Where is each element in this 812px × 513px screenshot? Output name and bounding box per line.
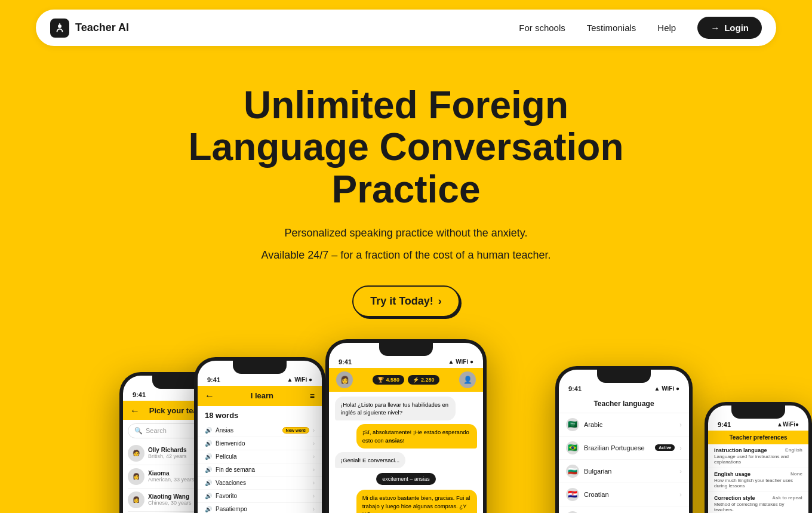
status-bar: 9:41 ▲ WiFi ● [329, 356, 483, 368]
status-icons: ▲ WiFi ● [448, 358, 473, 365]
phone-preferences: 9:41 ▲WiFi● Teacher preferences Instruct… [705, 402, 812, 513]
back-arrow-icon[interactable]: ← [130, 406, 140, 416]
word-label: Favorito [216, 493, 309, 499]
nav-testimonials[interactable]: Testimonials [587, 23, 636, 33]
word-list: 🔊 Ansias New word › 🔊 Bienvenido › 🔊 Pel… [198, 424, 322, 513]
pref-item[interactable]: Instruction language English Language us… [708, 444, 808, 468]
chat-messages: ¡Hola! ¿Listo para llevar tus habilidade… [329, 392, 483, 513]
phones-section: 9:41 ▲WiFi● ← Pick your teacher ≡ 🔍 Sear… [0, 336, 812, 513]
status-icons: ▲WiFi● [777, 421, 799, 428]
lang-chevron-icon: › [679, 421, 682, 428]
pref-item-desc: Method of correcting mistakes by teacher… [714, 502, 802, 512]
nav-for-schools[interactable]: For schools [519, 23, 565, 33]
message-bubble: ¡Sí, absolutamente! ¡He estado esperando… [356, 424, 477, 449]
try-today-button[interactable]: Try it Today! › [352, 285, 460, 317]
phone-center-screen: 9:41 ▲ WiFi ● 👩 🏆 4.580 ⚡ 2.280 [329, 343, 483, 513]
word-label: Vacaciones [216, 480, 309, 486]
ilearn-title: I learn [251, 391, 273, 400]
pref-item-desc: How much English your teacher uses durin… [714, 478, 802, 489]
new-word-badge: New word [282, 427, 309, 434]
chevron-icon: › [313, 440, 315, 447]
word-item[interactable]: 🔊 Vacaciones › [198, 477, 322, 490]
word-label: Bienvenido [216, 440, 309, 447]
lang-chevron-icon: › [679, 444, 682, 451]
cta-icon: › [438, 295, 442, 308]
stat-value: 4.580 [386, 377, 399, 383]
filter-icon[interactable]: ≡ [310, 391, 315, 401]
speaker-icon: 🔊 [205, 440, 212, 447]
lang-item[interactable]: 🇧🇷 Brazilian Portuguese Active › [559, 437, 689, 460]
speaker-icon: 🔊 [205, 466, 212, 473]
word-item[interactable]: 🔊 Favorito › [198, 490, 322, 503]
chat-avatar: 👩 [336, 371, 353, 388]
status-icons: ▲ WiFi ● [287, 376, 312, 383]
lang-flag: 🇭🇷 [566, 488, 579, 501]
pref-item[interactable]: English usage None How much English your… [708, 468, 808, 492]
message-bubble: ¡Hola! ¿Listo para llevar tus habilidade… [335, 397, 456, 421]
lang-chevron-icon: › [679, 491, 682, 498]
lang-name: Bulgarian [584, 468, 675, 475]
pref-item-title: Instruction language English [714, 447, 802, 453]
lang-item[interactable]: 🇸🇦 Arabic › [559, 413, 689, 437]
pref-list: Instruction language English Language us… [708, 444, 808, 513]
lang-item[interactable]: 🇨🇿 Czech › [559, 506, 689, 513]
pref-item-value: None [791, 471, 802, 477]
teacher-avatar: 🧑 [128, 445, 144, 462]
word-label: Ansias [216, 427, 279, 434]
lang-flag: 🇸🇦 [566, 418, 579, 431]
teacher-avatar: 👩 [128, 492, 144, 508]
phone-notch [597, 370, 651, 383]
word-label: Película [216, 453, 309, 460]
word-item[interactable]: 🔊 Bienvenido › [198, 437, 322, 450]
back-arrow-icon[interactable]: ← [205, 391, 214, 401]
phone-chat: 9:41 ▲ WiFi ● 👩 🏆 4.580 ⚡ 2.280 [325, 339, 487, 513]
stat-badge-2: ⚡ 2.280 [408, 375, 439, 385]
word-item[interactable]: 🔊 Ansias New word › [198, 424, 322, 437]
nav-help[interactable]: Help [657, 23, 676, 33]
hero-subtitle-1: Personalized speaking practice without t… [12, 225, 800, 242]
speaker-icon: 🔊 [205, 480, 212, 486]
logo-text: Teacher AI [75, 21, 129, 34]
time: 9:41 [207, 376, 220, 383]
lang-flag: 🇧🇷 [566, 441, 579, 454]
pref-item[interactable]: Correction style Ask to repeat Method of… [708, 492, 808, 513]
stat-value: 2.280 [421, 377, 435, 383]
navbar: Teacher AI For schools Testimonials Help… [36, 10, 776, 46]
phone-words-screen: 9:41 ▲ WiFi ● ← I learn ≡ 18 words 🔊 Ans… [198, 361, 322, 513]
status-icons: ▲ WiFi ● [654, 385, 679, 392]
stat-icon: 🏆 [377, 377, 384, 383]
word-item[interactable]: 🔊 Película › [198, 450, 322, 463]
lang-name-croatian: Croatian [584, 491, 675, 498]
phone-right-screen: 9:41 ▲ WiFi ● Teacher language 🇸🇦 Arabic… [559, 370, 689, 513]
chat-header: 👩 🏆 4.580 ⚡ 2.280 👤 [329, 368, 483, 392]
stat-icon: ⚡ [413, 377, 419, 383]
phone-notch [379, 343, 433, 356]
lang-name: Arabic [584, 421, 675, 428]
login-icon: → [710, 23, 719, 33]
lang-header: Teacher language [559, 395, 689, 413]
chevron-icon: › [313, 466, 315, 473]
speaker-icon: 🔊 [205, 506, 212, 512]
status-bar: 9:41 ▲ WiFi ● [198, 374, 322, 386]
lang-item[interactable]: 🇧🇬 Bulgarian › [559, 460, 689, 483]
login-button[interactable]: → Login [697, 17, 762, 39]
pref-item-title: Correction style Ask to repeat [714, 495, 802, 501]
word-item[interactable]: 🔊 Fin de semana › [198, 463, 322, 477]
status-bar: 9:41 ▲WiFi● [708, 419, 808, 431]
tooltip-bubble: excitement – ansias [376, 473, 436, 485]
hero-subtitle-2: Available 24/7 – for a fraction of the c… [12, 247, 800, 264]
logo[interactable]: Teacher AI [50, 19, 129, 38]
chevron-icon: › [313, 480, 315, 486]
lang-active-badge: Active [655, 444, 675, 451]
nav-links: For schools Testimonials Help → Login [519, 17, 762, 39]
cta-label: Try it Today! [370, 295, 433, 308]
phone-notch [233, 361, 287, 374]
chevron-icon: › [313, 453, 315, 460]
word-item[interactable]: 🔊 Pasatiempo › [198, 503, 322, 513]
phone-language-list: 9:41 ▲ WiFi ● Teacher language 🇸🇦 Arabic… [555, 366, 693, 513]
message-bubble: ¡Genial! E conversaci... [335, 452, 405, 468]
lang-item-croatian[interactable]: 🇭🇷 Croatian › [559, 483, 689, 506]
phone-words: 9:41 ▲ WiFi ● ← I learn ≡ 18 words 🔊 Ans… [194, 357, 325, 513]
word-label: Fin de semana [216, 466, 309, 473]
hero-section: Unlimited Foreign Language Conversation … [0, 56, 812, 317]
